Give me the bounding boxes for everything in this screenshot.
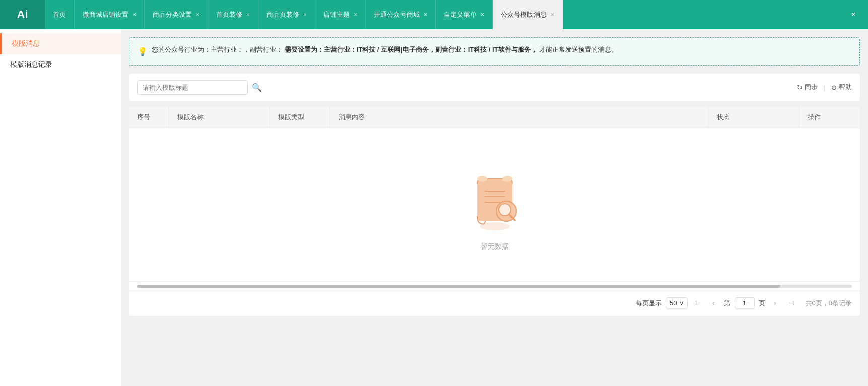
nav-tab-8[interactable]: 公众号模版消息× — [493, 0, 563, 29]
search-right: ↻ 同步 | ⊙ 帮助 — [797, 83, 852, 92]
help-button[interactable]: ⊙ 帮助 — [831, 83, 852, 92]
page-word-pre: 第 — [724, 299, 730, 308]
sync-icon: ↻ — [797, 84, 803, 91]
top-nav: Ai 首页微商城店铺设置×商品分类设置×首页装修×商品页装修×店铺主题×开通公众… — [0, 0, 868, 29]
prev-page-button[interactable]: ‹ — [708, 297, 720, 310]
sync-label: 同步 — [805, 83, 818, 92]
empty-state: 暂无数据 — [129, 128, 860, 281]
page-word: 页 — [759, 299, 765, 308]
sidebar: 模版消息模版消息记录 — [0, 29, 121, 386]
tab-close-icon[interactable]: × — [424, 11, 427, 18]
nav-tab-1[interactable]: 微商城店铺设置× — [75, 0, 145, 29]
help-icon: ⊙ — [831, 84, 837, 91]
scroll-thumb — [137, 285, 780, 288]
nav-tab-label: 首页装修 — [216, 10, 242, 19]
next-page-button[interactable]: › — [769, 297, 781, 310]
search-input[interactable] — [137, 80, 248, 95]
tab-close-icon[interactable]: × — [354, 11, 357, 18]
page-number-input[interactable] — [735, 297, 755, 309]
table-column-1: 模版名称 — [169, 107, 270, 128]
nav-tab-label: 公众号模版消息 — [501, 10, 547, 19]
notice-icon: 💡 — [138, 45, 148, 58]
empty-icon — [462, 169, 527, 234]
tab-close-icon[interactable]: × — [196, 11, 199, 18]
notice-highlight: 需要设置为：主营行业：IT科技 / 互联网|电子商务，副营行业：IT科技 / I… — [285, 46, 538, 53]
main-container: 模版消息模版消息记录 💡 您的公众号行业为：主营行业：，副营行业： 需要设置为：… — [0, 29, 868, 386]
search-button[interactable]: 🔍 — [252, 83, 262, 92]
sync-button[interactable]: ↻ 同步 — [797, 83, 818, 92]
nav-tab-4[interactable]: 商品页装修× — [258, 0, 315, 29]
table-column-4: 状态 — [709, 107, 799, 128]
table-column-2: 模版类型 — [270, 107, 330, 128]
notice-box: 💡 您的公众号行业为：主营行业：，副营行业： 需要设置为：主营行业：IT科技 /… — [129, 37, 860, 66]
notice-text: 您的公众号行业为：主营行业：，副营行业： 需要设置为：主营行业：IT科技 / 互… — [152, 45, 618, 55]
page-summary: 共0页，0条记录 — [806, 299, 852, 308]
nav-tab-label: 自定义菜单 — [444, 10, 477, 19]
nav-tab-3[interactable]: 首页装修× — [208, 0, 258, 29]
nav-tab-6[interactable]: 开通公众号商城× — [366, 0, 436, 29]
table-column-0: 序号 — [129, 107, 169, 128]
close-all-icon: × — [851, 10, 855, 19]
nav-tab-label: 店铺主题 — [323, 10, 350, 19]
page-size-select[interactable]: 50 ∨ — [666, 297, 687, 309]
svg-point-1 — [477, 176, 487, 182]
logo: Ai — [0, 0, 45, 29]
nav-tab-label: 微商城店铺设置 — [83, 10, 128, 19]
pagination: 每页显示 50 ∨ ⊢ ‹ 第 页 › ⊣ 共0页，0条记录 — [129, 291, 860, 316]
scroll-track — [137, 285, 852, 288]
nav-tab-2[interactable]: 商品分类设置× — [145, 0, 208, 29]
close-all-button[interactable]: × — [839, 0, 868, 29]
tab-close-icon[interactable]: × — [551, 11, 554, 18]
search-bar: 🔍 ↻ 同步 | ⊙ 帮助 — [129, 74, 860, 101]
notice-text-after: 才能正常发送预置的消息。 — [539, 46, 618, 53]
search-left: 🔍 — [137, 80, 262, 95]
last-page-button[interactable]: ⊣ — [785, 297, 797, 310]
content-area: 💡 您的公众号行业为：主营行业：，副营行业： 需要设置为：主营行业：IT科技 /… — [121, 29, 868, 386]
search-icon: 🔍 — [252, 83, 262, 92]
first-page-button[interactable]: ⊢ — [692, 297, 704, 310]
table-container: 序号模版名称模版类型消息内容状态操作 — [129, 107, 860, 316]
tab-close-icon[interactable]: × — [132, 11, 136, 18]
nav-tab-0[interactable]: 首页 — [45, 0, 75, 29]
empty-text: 暂无数据 — [481, 242, 509, 251]
table-header: 序号模版名称模版类型消息内容状态操作 — [129, 107, 860, 128]
logo-text: Ai — [17, 8, 28, 21]
sidebar-item-1[interactable]: 模版消息记录 — [0, 54, 121, 75]
svg-point-2 — [502, 176, 512, 182]
nav-tab-5[interactable]: 店铺主题× — [315, 0, 366, 29]
nav-tabs: 首页微商城店铺设置×商品分类设置×首页装修×商品页装修×店铺主题×开通公众号商城… — [45, 0, 839, 29]
tab-close-icon[interactable]: × — [481, 11, 484, 18]
table-column-3: 消息内容 — [330, 107, 709, 128]
table-column-5: 操作 — [799, 107, 860, 128]
nav-tab-7[interactable]: 自定义菜单× — [436, 0, 493, 29]
chevron-down-icon: ∨ — [679, 299, 684, 307]
page-size-value: 50 — [670, 299, 677, 307]
sidebar-item-0[interactable]: 模版消息 — [0, 33, 121, 54]
notice-text-before: 您的公众号行业为：主营行业：，副营行业： — [152, 46, 283, 53]
nav-tab-label: 商品页装修 — [266, 10, 299, 19]
tab-close-icon[interactable]: × — [246, 11, 250, 18]
scroll-bar-area[interactable] — [129, 281, 860, 291]
nav-tab-label: 首页 — [53, 10, 66, 19]
nav-tab-label: 商品分类设置 — [153, 10, 192, 19]
nav-tab-label: 开通公众号商城 — [374, 10, 420, 19]
divider: | — [824, 84, 825, 91]
help-label: 帮助 — [839, 83, 852, 92]
tab-close-icon[interactable]: × — [303, 11, 307, 18]
page-size-label: 每页显示 — [636, 299, 662, 308]
